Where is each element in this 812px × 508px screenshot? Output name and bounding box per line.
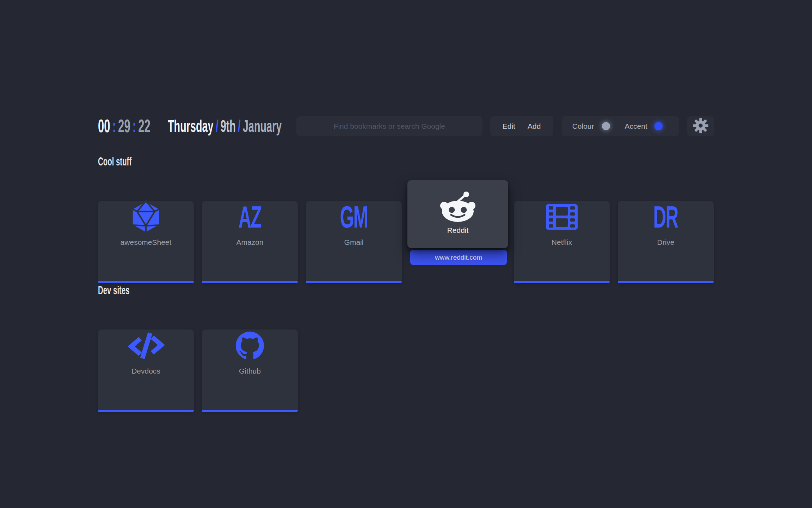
clock-colon: : [133,116,136,136]
letter-icon-text: DR [653,201,678,232]
bookmark-sections: Cool stuff awesomeSheetAZAmazonGMGmail R… [98,155,714,394]
bookmark-slot: Redditwww.reddit.com [410,182,506,265]
accent-label: Accent [625,122,647,131]
search-input[interactable] [296,116,482,136]
section-title-text: Cool stuff [98,155,131,168]
date: Thursday/9th/January [168,116,289,136]
date-day: 9th [221,117,236,135]
bookmark-label: Gmail [306,238,402,247]
letter-icon: AZ [202,201,298,233]
bookmark-card-awesomesheet[interactable]: awesomeSheet [98,201,194,283]
gear-icon [693,117,709,135]
bookmark-url-tooltip: www.reddit.com [410,250,507,265]
section-title: Dev sites [98,283,714,297]
letter-icon: DR [618,201,714,233]
bookmark-slot: Devdocs [98,311,194,394]
clock-seconds: 22 [138,116,150,136]
bookmark-slot: DRDrive [618,182,714,265]
bookmark-card-github[interactable]: Github [202,329,298,412]
bookmark-card-devdocs[interactable]: Devdocs [98,329,194,412]
start-page: 00:29:22 Thursday/9th/January Edit Add C… [98,0,714,394]
edit-button[interactable]: Edit [503,122,515,131]
clock: 00:29:22 [98,116,158,136]
bookmark-slot: GMGmail [306,182,402,265]
bookmark-label: Drive [618,238,714,247]
reddit-icon [407,191,508,222]
add-button[interactable]: Add [528,122,541,131]
letter-icon-text: AZ [239,201,262,232]
colour-toggle[interactable] [602,122,610,130]
settings-button[interactable] [687,116,714,136]
clock-colon: : [112,116,116,136]
bookmark-label: awesomeSheet [98,238,194,247]
date-separator: / [216,117,219,135]
clock-hours: 00 [98,116,110,136]
bookmark-card-netflix[interactable]: Netflix [514,201,610,283]
bookmark-slot: AZAmazon [202,182,298,265]
bookmark-label: Devdocs [98,367,194,375]
bookmark-grid: awesomeSheetAZAmazonGMGmail Redditwww.re… [98,182,714,265]
topbar: 00:29:22 Thursday/9th/January Edit Add C… [98,116,714,136]
date-separator: / [238,117,241,135]
bookmark-slot: Github [202,311,298,394]
bookmark-label: Netflix [514,238,610,247]
d20-icon [98,201,194,233]
bookmark-card-reddit[interactable]: Reddit [407,180,508,248]
date-weekday: Thursday [168,117,214,135]
clock-text: 00:29:22 [98,116,150,136]
section-title-text: Dev sites [98,283,130,297]
code-icon [98,329,194,362]
bookmark-card-amazon[interactable]: AZAmazon [202,201,298,283]
bookmark-label: Reddit [407,226,508,235]
letter-icon-text: GM [340,201,368,232]
colour-label: Colour [572,122,594,131]
clock-minutes: 29 [118,116,130,136]
bookmark-section: Dev sites Devdocs Github [98,283,714,394]
edit-add-panel: Edit Add [490,116,553,136]
date-month: January [243,117,282,135]
github-icon [202,329,298,362]
date-text: Thursday/9th/January [168,116,282,136]
bookmark-label: Amazon [202,238,298,247]
bookmark-slot: awesomeSheet [98,182,194,265]
bookmark-section: Cool stuff awesomeSheetAZAmazonGMGmail R… [98,155,714,265]
accent-toggle[interactable] [654,122,663,130]
bookmark-slot: Netflix [514,182,610,265]
bookmark-card-gmail[interactable]: GMGmail [306,201,402,283]
film-icon [514,201,610,233]
section-title: Cool stuff [98,155,714,168]
bookmark-grid: Devdocs Github [98,311,714,394]
bookmark-label: Github [202,367,298,375]
toggle-panel: Colour Accent [562,116,679,136]
letter-icon: GM [306,201,402,233]
bookmark-card-drive[interactable]: DRDrive [618,201,714,283]
